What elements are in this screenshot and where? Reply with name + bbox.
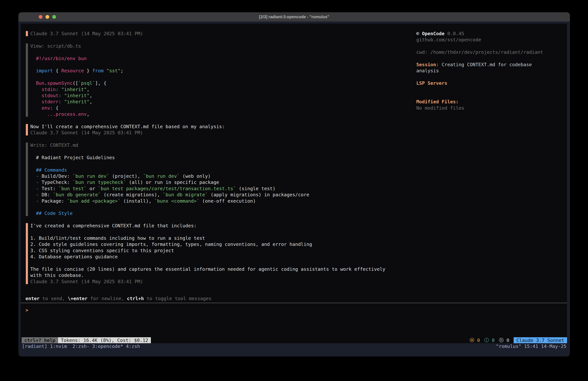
- hint-count-number: 0: [506, 337, 509, 343]
- text-line: env: {: [30, 105, 411, 111]
- tmux-session-name: [radiant]: [22, 344, 47, 349]
- chat-spacer: [26, 37, 411, 43]
- help-keybinding-badge: ctrl+? help: [22, 337, 58, 343]
- text-line: stdin: "inherit",: [30, 86, 411, 92]
- tmux-status-bar: [radiant] 1:nvim 2:zsh-3:opencode*4:zsh …: [18, 343, 570, 349]
- warning-count-number: 0: [477, 337, 480, 343]
- tool-view-block: View: script/db.ts #!/usr/bin/env bun im…: [26, 43, 411, 117]
- text-line: - Package: `bun add <package>` (install)…: [30, 198, 411, 204]
- text-line: #!/usr/bin/env bun: [30, 55, 411, 62]
- text-line: 4. Database operations guidance: [30, 254, 411, 260]
- keybinding-hints: enter to send, \+enter for newline, ctrl…: [25, 295, 211, 302]
- text-line: ## Commands: [30, 167, 411, 173]
- text-line: No modified files: [416, 105, 570, 111]
- text-line: [416, 43, 570, 49]
- input-separator: [21, 303, 567, 303]
- text-line: ...process.env,: [30, 111, 411, 117]
- text-line: Bun.spawnSync([`psql`], {: [30, 80, 411, 86]
- text-line: View: script/db.ts: [30, 43, 411, 49]
- warning-icon: ⓦ: [470, 337, 474, 344]
- text-line: [416, 86, 570, 92]
- text-line: cwd: /home/thdxr/dev/projects/radiant/ra…: [416, 49, 570, 55]
- text-line: ## Code Style: [30, 210, 411, 216]
- status-bar: ctrl+? help Tokens: 16.4K (8%), Cost: $0…: [21, 337, 567, 343]
- text-line: - DB: `bun db generate` (create migratio…: [30, 192, 411, 198]
- text-line: Now I'll create a comprehensive CONTEXT.…: [30, 124, 411, 130]
- text-line: The file is concise (20 lines) and captu…: [30, 266, 411, 272]
- text-line: [30, 148, 411, 154]
- prompt-caret: >: [25, 307, 28, 313]
- warning-count-value: [474, 337, 477, 343]
- tmux-window-3[interactable]: 3:opencode*: [92, 344, 123, 349]
- text-line: - Build/Dev: `bun run dev` (project), `b…: [30, 173, 411, 179]
- chat-spacer: [26, 136, 411, 142]
- hint-icon: ⓗ: [499, 337, 504, 344]
- info-count-gap: [489, 337, 492, 343]
- text-line: © OpenCode 0.0.45: [416, 30, 570, 37]
- text-line: I've created a comprehensive CONTEXT.md …: [30, 223, 411, 229]
- text-line: Claude 3.7 Sonnet (14 May 2025 03:41 PM): [30, 130, 411, 136]
- chat-spacer: [26, 117, 411, 123]
- text-line: Session: Creating CONTEXT.md for codebas…: [416, 62, 570, 68]
- info-icon: ⓘ: [484, 337, 489, 344]
- assistant-message-header: Claude 3.7 Sonnet (14 May 2025 03:41 PM): [26, 30, 411, 37]
- text-line: [416, 74, 570, 80]
- chat-log[interactable]: Claude 3.7 Sonnet (14 May 2025 03:41 PM)…: [26, 30, 411, 285]
- text-line: [416, 92, 570, 99]
- assistant-message-final: I've created a comprehensive CONTEXT.md …: [26, 223, 411, 285]
- info-count: ⓘ 0: [484, 337, 495, 343]
- info-count-number: 0: [492, 337, 495, 343]
- tmux-host-clock: "romulus" 15:41 14-May-25: [496, 344, 567, 349]
- hint-count: ⓗ 0: [499, 337, 509, 343]
- text-line: 1. Build/lint/test commands including ho…: [30, 235, 411, 241]
- text-line: # Radiant Project Guidelines: [30, 155, 411, 161]
- assistant-message: Now I'll create a comprehensive CONTEXT.…: [26, 124, 411, 136]
- text-line: [416, 55, 570, 62]
- text-line: [30, 204, 411, 210]
- text-line: Claude 3.7 Sonnet (14 May 2025 03:41 PM): [30, 278, 411, 285]
- text-line: [30, 260, 411, 266]
- text-line: stdout: "inherit",: [30, 92, 411, 99]
- titlebar[interactable]: [2/3] radiant:3:opencode - "romulus": [18, 12, 570, 22]
- tmux-window-4[interactable]: 4:zsh: [126, 344, 140, 349]
- text-line: [30, 74, 411, 80]
- text-line: [30, 62, 411, 68]
- text-line: - TypeCheck: `bun run typecheck` (all) o…: [30, 179, 411, 185]
- text-line: github.com/sst/opencode: [416, 37, 570, 43]
- prompt-input[interactable]: >: [25, 307, 28, 313]
- text-line: stderr: "inherit",: [30, 99, 411, 105]
- tmux-window-2[interactable]: 2:zsh-: [72, 344, 89, 349]
- tmux-window-list: 1:nvim 2:zsh-3:opencode*4:zsh: [50, 344, 143, 349]
- opencode-app: Claude 3.7 Sonnet (14 May 2025 03:41 PM)…: [21, 23, 567, 343]
- text-line: Modified Files:: [416, 99, 570, 105]
- window-title: [2/3] radiant:3:opencode - "romulus": [18, 12, 570, 22]
- text-line: with this codebase.: [30, 272, 411, 278]
- text-line: LSP Servers: [416, 80, 570, 86]
- tool-write-block: Write: CONTEXT.md # Radiant Project Guid…: [26, 142, 411, 217]
- model-badge[interactable]: Claude 3.7 Sonnet: [514, 337, 567, 343]
- sidebar-panel: © OpenCode 0.0.45github.com/sst/opencode…: [416, 30, 570, 111]
- terminal-content: Claude 3.7 Sonnet (14 May 2025 03:41 PM)…: [18, 22, 570, 357]
- hint-count-gap: [504, 337, 506, 343]
- text-line: 2. Code style guidelines covering import…: [30, 241, 411, 247]
- tokens-cost-badge: Tokens: 16.4K (8%), Cost: $0.12: [58, 337, 151, 343]
- text-line: Write: CONTEXT.md: [30, 142, 411, 148]
- text-line: Claude 3.7 Sonnet (14 May 2025 03:41 PM): [30, 30, 411, 37]
- statusbar-spacer: [151, 337, 470, 343]
- text-line: [30, 161, 411, 167]
- tmux-window-1[interactable]: 1:nvim: [50, 344, 70, 349]
- text-line: - Test: `bun test` or `bun test packages…: [30, 185, 411, 192]
- text-line: [30, 229, 411, 235]
- text-line: analysis: [416, 68, 570, 74]
- text-line: import { Resource } from "sst";: [30, 68, 411, 74]
- text-line: [30, 49, 411, 55]
- terminal-window: [2/3] radiant:3:opencode - "romulus" Cla…: [18, 12, 570, 357]
- warning-count: ⓦ 0: [470, 337, 480, 343]
- text-line: 3. CSS styling conventions specific to t…: [30, 247, 411, 254]
- chat-spacer: [26, 217, 411, 223]
